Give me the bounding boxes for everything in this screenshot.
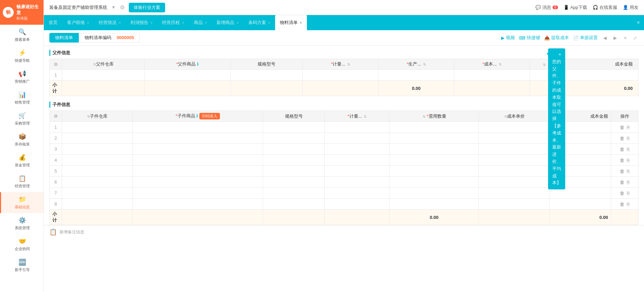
child-cell-spec-6[interactable]: [263, 177, 325, 188]
sidebar-item-sales[interactable]: 📊销售管理: [0, 87, 44, 108]
sidebar-item-search[interactable]: 🔍搜索菜单: [0, 25, 44, 46]
child-cell-product-2[interactable]: [132, 133, 263, 144]
child-cell-warehouse-1[interactable]: [62, 122, 133, 133]
delete-icon-2[interactable]: 🗑: [620, 136, 624, 141]
nav-tab-close-operations-status[interactable]: ×: [119, 21, 121, 25]
nav-tab-close-bom[interactable]: ×: [300, 21, 302, 25]
child-cell-unit-cost-4[interactable]: [479, 155, 549, 166]
child-cell-need-qty-8[interactable]: [389, 199, 479, 210]
child-cell-qty-4[interactable]: [325, 155, 389, 166]
child-cell-spec-8[interactable]: [263, 199, 325, 210]
delete-icon-7[interactable]: 🗑: [620, 190, 624, 196]
child-cell-unit-cost-2[interactable]: [479, 133, 549, 144]
sidebar-item-purchase[interactable]: 🛒采购管理: [0, 108, 44, 129]
child-cell-spec-2[interactable]: [263, 133, 325, 144]
sidebar-item-finance[interactable]: 💰资金管理: [0, 150, 44, 171]
child-cell-warehouse-4[interactable]: [62, 155, 133, 166]
sub-tab-bom-code[interactable]: 物料清单编码 0000005: [79, 33, 140, 43]
child-cell-need-qty-4[interactable]: [389, 155, 479, 166]
nav-close-all[interactable]: ×: [633, 20, 644, 26]
child-cell-qty-7[interactable]: [325, 188, 389, 199]
child-cell-spec-4[interactable]: [263, 155, 325, 166]
delete-icon-8[interactable]: 🗑: [620, 201, 624, 207]
child-cell-qty-8[interactable]: [325, 199, 389, 210]
app-download-button[interactable]: 📱 App下载: [564, 4, 587, 11]
parent-gear-icon[interactable]: ⚙: [54, 62, 58, 67]
parent-cell-cost-1[interactable]: [454, 70, 530, 81]
nav-next-btn[interactable]: ▶: [612, 35, 618, 40]
child-cell-warehouse-8[interactable]: [62, 199, 133, 210]
trial-button[interactable]: 体验行业方案: [129, 3, 165, 12]
child-cell-spec-3[interactable]: [263, 144, 325, 155]
tooltip-close-btn[interactable]: ×: [558, 51, 561, 58]
child-cell-cost-amount-8[interactable]: [549, 199, 611, 210]
child-cell-unit-cost-7[interactable]: [479, 188, 549, 199]
child-cell-warehouse-2[interactable]: [62, 133, 133, 144]
child-gear-icon[interactable]: ⚙: [54, 114, 58, 119]
child-cell-product-6[interactable]: [132, 177, 263, 188]
parent-cell-production-1[interactable]: [379, 70, 454, 81]
sidebar-item-guide[interactable]: 🆕新手引导: [0, 255, 44, 276]
nav-tab-new-products[interactable]: 新增商品 ×: [212, 15, 243, 30]
child-cell-spec-1[interactable]: [263, 122, 325, 133]
user-button[interactable]: 👤 用友: [623, 4, 639, 11]
nav-tab-customer[interactable]: 客户联络 ×: [62, 15, 94, 30]
child-cell-need-qty-7[interactable]: [389, 188, 479, 199]
sidebar-item-system[interactable]: ⚙️系统管理: [0, 213, 44, 234]
copy-icon-2[interactable]: ⎘: [627, 136, 630, 141]
child-cell-spec-7[interactable]: [263, 188, 325, 199]
child-cell-qty-5[interactable]: [325, 166, 389, 177]
child-cell-product-8[interactable]: [132, 199, 263, 210]
child-cell-product-3[interactable]: [132, 144, 263, 155]
copy-icon-8[interactable]: ⎘: [627, 201, 630, 207]
nav-tab-ops-history[interactable]: 经营历程 ×: [157, 15, 189, 30]
child-cell-qty-1[interactable]: [325, 122, 389, 133]
nav-tab-barcode[interactable]: 条码方案 ×: [244, 15, 275, 30]
child-cell-unit-cost-1[interactable]: [479, 122, 549, 133]
child-cell-need-qty-2[interactable]: [389, 133, 479, 144]
scan-btn[interactable]: 扫码录入: [199, 113, 220, 119]
child-cell-qty-2[interactable]: [325, 133, 389, 144]
copy-icon-5[interactable]: ⎘: [627, 168, 630, 174]
child-cell-need-qty-5[interactable]: [389, 166, 479, 177]
child-cell-product-5[interactable]: [132, 166, 263, 177]
copy-icon-7[interactable]: ⎘: [627, 190, 630, 196]
parent-cell-spec-1[interactable]: [231, 70, 302, 81]
delete-icon-1[interactable]: 🗑: [620, 125, 624, 130]
nav-tab-operations-status[interactable]: 经营情况 ×: [94, 15, 125, 30]
sidebar-item-marketing[interactable]: 📢营销推广: [0, 67, 44, 87]
bottom-icon[interactable]: 📋: [49, 228, 57, 236]
topbar-dropdown-icon[interactable]: ▼: [111, 5, 116, 10]
child-cell-need-qty-1[interactable]: [389, 122, 479, 133]
nav-tab-close-new-products[interactable]: ×: [236, 21, 238, 25]
nav-tab-close-customer[interactable]: ×: [87, 21, 89, 25]
single-settings-btn[interactable]: 📄 单据设置: [573, 35, 598, 41]
copy-icon-4[interactable]: ⎘: [627, 157, 630, 163]
child-cell-unit-cost-5[interactable]: [479, 166, 549, 177]
child-cell-qty-3[interactable]: [325, 144, 389, 155]
settings-icon[interactable]: ⚙: [120, 4, 125, 11]
shortcut-btn[interactable]: ⌨ 快捷键: [519, 35, 540, 41]
expand-btn[interactable]: ⤢: [632, 35, 639, 40]
delete-icon-5[interactable]: 🗑: [620, 168, 624, 174]
copy-icon-3[interactable]: ⎘: [627, 147, 630, 152]
layout-btn[interactable]: ≡: [622, 35, 628, 40]
parent-cell-qty-1[interactable]: [303, 70, 379, 81]
delete-icon-3[interactable]: 🗑: [620, 147, 624, 152]
sub-tab-bom-list[interactable]: 物料清单: [49, 33, 79, 43]
video-btn[interactable]: ▶ 视频: [501, 35, 515, 41]
parent-cell-cost-amount-1[interactable]: [558, 70, 639, 81]
child-cell-unit-cost-8[interactable]: [479, 199, 549, 210]
child-cell-product-7[interactable]: [132, 188, 263, 199]
nav-tab-close-profit-report[interactable]: ×: [150, 21, 152, 25]
delete-icon-6[interactable]: 🗑: [620, 179, 624, 185]
sidebar-item-inventory[interactable]: 📦库存核算: [0, 129, 44, 150]
sidebar-item-cooperation[interactable]: 🤝企业协同: [0, 234, 44, 255]
nav-prev-btn[interactable]: ◀: [602, 35, 608, 40]
info-icon-parent[interactable]: ℹ: [197, 61, 199, 67]
delete-icon-4[interactable]: 🗑: [620, 157, 624, 163]
sidebar-item-operations[interactable]: 📋经营管理: [0, 171, 44, 192]
message-button[interactable]: 💬 消息 6: [535, 4, 558, 11]
nav-tab-bom[interactable]: 物料清单 ×: [275, 15, 307, 30]
child-cell-warehouse-6[interactable]: [62, 177, 133, 188]
